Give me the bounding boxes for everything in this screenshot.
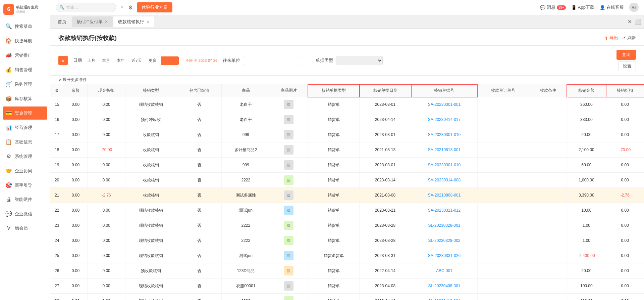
sidebar-item-finance[interactable]: 💳 资金管理 [3, 106, 47, 120]
cell-type: 预收款核销 [125, 263, 177, 278]
sidebar-item-basic[interactable]: 📋 基础信息 [0, 135, 50, 149]
cell-voucher-no[interactable]: SA-20210808-001 [411, 188, 478, 203]
sidebar-item-label: 企业微信 [15, 211, 32, 217]
wechat-icon: 💬 [5, 211, 12, 217]
cell-goods-img: 🖼 [270, 142, 308, 158]
sidebar-item-management[interactable]: 📊 经营管理 [0, 120, 50, 135]
cell-order-no [477, 112, 529, 127]
partner-input[interactable] [243, 56, 299, 65]
cell-goods: 999 [221, 158, 270, 173]
cell-voucher-no[interactable]: SA-20230414-017 [411, 112, 478, 127]
sidebar-logo: 6 畅捷通好生意 标准版 [0, 0, 50, 19]
sidebar-item-label: 快捷导航 [15, 38, 32, 44]
refresh-button[interactable]: ↺ 刷新 [622, 35, 636, 41]
data-table-container: ⚙ 余额 现金折扣 核销类型 包含已结清 商品 商品图片 核销单据类型 核销单据… [50, 84, 644, 300]
custom-date-btn[interactable]: 自定义 [161, 56, 179, 65]
cell-voucher-no[interactable]: SA-20230321-012 [411, 203, 478, 218]
cell-voucher-type: 销货单 [308, 173, 360, 188]
table-row: 16 0.00 0.00 预付冲应收 否 老白干 🖼 销货单 2023-04-1… [50, 112, 644, 127]
close-window-icon[interactable]: ✕ [628, 18, 632, 25]
date-buttons: 上月 本月 本年 近7天 更多 自定义 [85, 56, 179, 65]
gear-button[interactable]: ⚙ [128, 4, 133, 11]
page-header-actions: ⬆ 导出 ↺ 刷新 [604, 35, 636, 41]
this-year-btn[interactable]: 本年 [114, 57, 127, 65]
cell-voucher-no[interactable]: ABC-001 [411, 263, 478, 278]
cell-write-off-discount: 0.00 [606, 127, 644, 142]
cell-amount: 360.00 [567, 97, 606, 112]
last-7-days-btn[interactable]: 近7天 [129, 57, 145, 65]
last-month-btn[interactable]: 上月 [85, 57, 98, 65]
app-logo-text: 畅捷通好生意 标准版 [16, 5, 38, 14]
cell-voucher-no[interactable]: SL-20230418-001 [411, 294, 478, 300]
sidebar-item-inventory[interactable]: 📦 库存核算 [0, 91, 50, 106]
sidebar-item-collab[interactable]: 🤝 企业协同 [0, 164, 50, 178]
expand-more-button[interactable]: ∨ 展开更多条件 [58, 77, 87, 83]
cell-voucher-no[interactable]: SA-20230331-026 [411, 248, 478, 263]
cell-goods: 测试jun [221, 203, 270, 218]
sidebar-item-label: 新手引导 [15, 182, 32, 188]
export-button[interactable]: ⬆ 导出 [604, 35, 618, 41]
cell-type: 收款核销 [125, 173, 177, 188]
cell-goods-img: 🖼 [270, 173, 308, 188]
cell-voucher-no[interactable]: SL-20230328-002 [411, 233, 478, 248]
cell-voucher-date: 2023-04-18 [360, 294, 411, 300]
header-search-bar[interactable]: 🔍 搜索... [56, 3, 116, 12]
solution-button[interactable]: 休验行业方案 [137, 2, 172, 12]
table-row: 15 0.00 0.00 现结收款核销 否 老白干 🖼 销货单 2023-03-… [50, 97, 644, 112]
cell-write-off-discount: -2.76 [606, 188, 644, 203]
cell-voucher-type: 销货单 [308, 158, 360, 173]
tab-close-writeoff[interactable]: ✕ [146, 19, 150, 24]
col-goods-img: 商品图片 [270, 84, 308, 97]
tab-home[interactable]: 首页 [53, 16, 71, 27]
table-row: 24 0.00 0.00 现结收款核销 否 2222 🖼 销货单 2023-03… [50, 233, 644, 248]
sidebar-item-marketing[interactable]: 📣 营销推广 [0, 48, 50, 62]
sidebar-item-wechat[interactable]: 💬 企业微信 [0, 207, 50, 221]
cell-voucher-no[interactable]: SA-20230301-010 [411, 158, 478, 173]
this-month-btn[interactable]: 本月 [99, 57, 113, 65]
cell-voucher-no[interactable]: SA-20230314-008 [411, 173, 478, 188]
sidebar-item-purchase[interactable]: 🛒 采购管理 [0, 77, 50, 91]
online-service-button[interactable]: 👤 在线客服 [600, 4, 624, 10]
sidebar-item-search[interactable]: 🔍 搜索菜单 [0, 19, 50, 34]
cell-payment-terms [529, 127, 567, 142]
sidebar-item-guide[interactable]: 🎯 新手引导 [0, 178, 50, 192]
tab-close-prepay[interactable]: ✕ [105, 19, 108, 24]
voucher-type-select[interactable] [336, 56, 383, 65]
cell-voucher-no[interactable]: SL-20230408-001 [411, 278, 478, 294]
cell-write-off-discount: 0.00 [606, 263, 644, 278]
cell-write-off-discount: 0.00 [606, 97, 644, 112]
cell-voucher-date: 2023-03-14 [360, 173, 411, 188]
cell-goods-img: 🖼 [270, 263, 308, 278]
tab-prepay[interactable]: 预付冲应付单 ✕ [72, 16, 113, 27]
filter-expand-button[interactable]: » [58, 56, 68, 65]
sidebar-item-label: 库存核算 [15, 96, 32, 102]
sidebar-item-member[interactable]: V 畅会员 [0, 221, 50, 235]
sidebar-item-system[interactable]: ⚙ 系统管理 [0, 149, 50, 164]
cell-included: 否 [177, 173, 221, 188]
sidebar-item-nav[interactable]: 🏠 快捷导航 [0, 34, 50, 48]
cell-voucher-no[interactable]: SL-20230328-001 [411, 218, 478, 233]
cell-goods-img: 🖼 [270, 188, 308, 203]
cell-voucher-date: 2023-03-01 [360, 97, 411, 112]
sidebar-item-hardware[interactable]: 🖨 智能硬件 [0, 192, 50, 207]
cell-voucher-no[interactable]: SA-20210813-001 [411, 142, 478, 158]
tab-writeoff[interactable]: 收款核销执行 ✕ [113, 16, 154, 27]
cell-goods: 999 [221, 127, 270, 142]
maximize-window-icon[interactable]: ⬜ [635, 18, 641, 25]
cell-payment-terms [529, 278, 567, 294]
cell-voucher-no[interactable]: SA-20230301-010 [411, 127, 478, 142]
tab-bar: 首页 预付冲应付单 ✕ 收款核销执行 ✕ ✕ ⬜ [50, 15, 644, 29]
more-dates-btn[interactable]: 更多 [146, 57, 159, 65]
cell-balance: 0.00 [64, 203, 88, 218]
cell-voucher-no[interactable]: SA-20230301-001 [411, 97, 478, 112]
cell-goods-img: 🖼 [270, 158, 308, 173]
col-settings[interactable]: ⚙ [50, 84, 64, 97]
settings-button[interactable]: 设置 [619, 61, 636, 71]
col-voucher-date: 核销单据日期 [360, 84, 411, 97]
sidebar-item-sales[interactable]: 💰 销售管理 [0, 62, 50, 77]
messages-button[interactable]: 💬 消息 99+ [540, 4, 566, 10]
query-button[interactable]: 查询 [616, 50, 636, 60]
user-avatar[interactable]: Rit [629, 3, 639, 12]
app-download-button[interactable]: 📱 App下载 [571, 4, 594, 10]
data-table: ⚙ 余额 现金折扣 核销类型 包含已结清 商品 商品图片 核销单据类型 核销单据… [50, 84, 644, 300]
